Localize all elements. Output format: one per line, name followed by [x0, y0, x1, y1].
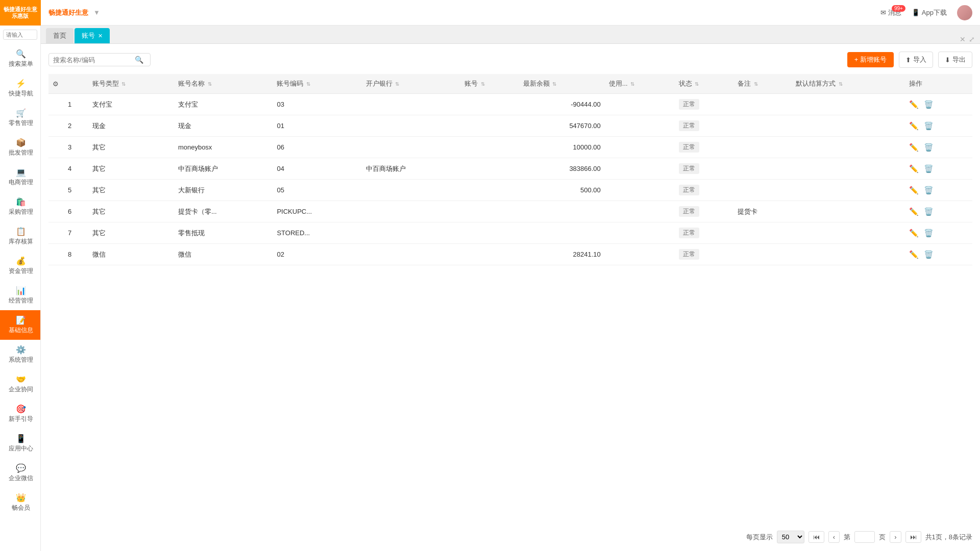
operation-mgmt-icon: 📊 — [16, 286, 26, 295]
sidebar-item-wholesale-mgmt[interactable]: 📦 批发管理 — [0, 133, 40, 162]
sidebar-item-label: 零售管理 — [9, 119, 33, 128]
sidebar-item-system-mgmt[interactable]: ⚙️ 系统管理 — [0, 340, 40, 369]
td-status-2: 正常 — [675, 137, 733, 158]
import-button[interactable]: ⬆ 导入 — [899, 52, 933, 68]
delete-icon-2[interactable]: 🗑️ — [924, 143, 934, 152]
retail-mgmt-icon: 🛒 — [16, 108, 26, 118]
sidebar-item-retail-mgmt[interactable]: 🛒 零售管理 — [0, 103, 40, 133]
edit-icon-4[interactable]: ✏️ — [909, 186, 919, 195]
sidebar-item-basic-info[interactable]: 📝 基础信息 — [0, 310, 40, 340]
td-latest-balance-2: 10000.00 — [519, 137, 605, 158]
td-index-3: 4 — [64, 158, 88, 180]
app-center-icon: 📱 — [16, 434, 26, 443]
sidebar-item-vip-member[interactable]: 👑 畅会员 — [0, 488, 40, 517]
td-account-name-0: 支付宝 — [174, 94, 273, 115]
pagination: 每页显示 50 100 200 ⏮ ‹ 第 1 页 › ⏭ 共1页，8条记录 — [48, 524, 972, 543]
delete-icon-5[interactable]: 🗑️ — [924, 207, 934, 216]
td-account-name-4: 大新银行 — [174, 180, 273, 201]
th-account-no[interactable]: 账号 ⇅ — [460, 74, 519, 94]
td-remark-0 — [733, 94, 792, 115]
wholesale-mgmt-icon: 📦 — [16, 138, 26, 147]
sidebar-item-app-center[interactable]: 📱 应用中心 — [0, 429, 40, 458]
delete-icon-1[interactable]: 🗑️ — [924, 121, 934, 131]
sidebar-item-ecommerce-mgmt[interactable]: 💻 电商管理 — [0, 162, 40, 192]
search-icon[interactable]: 🔍 — [135, 56, 143, 64]
td-account-no-4 — [460, 180, 519, 201]
tab-account-close-icon[interactable]: ✕ — [98, 33, 103, 39]
next-page-button[interactable]: › — [890, 531, 901, 543]
sidebar: 畅捷通好生意乐惠版 🔍 搜索菜单 ⚡ 快捷导航 🛒 零售管理 📦 批发管理 💻 … — [0, 0, 41, 551]
topbar-dropdown-icon[interactable]: ▼ — [93, 9, 100, 16]
topbar-right: ✉ 消息 99+ 📱 App下载 — [880, 5, 972, 20]
delete-icon-3[interactable]: 🗑️ — [924, 164, 934, 173]
search-box[interactable]: 🔍 — [48, 53, 151, 66]
edit-icon-2[interactable]: ✏️ — [909, 143, 919, 152]
td-action-4: ✏️ 🗑️ — [905, 180, 972, 201]
td-bank-6 — [362, 222, 461, 244]
per-page-select[interactable]: 50 100 200 — [777, 531, 804, 543]
sidebar-search-box[interactable] — [0, 26, 40, 44]
last-page-button[interactable]: ⏭ — [905, 531, 921, 543]
sidebar-item-quick-nav[interactable]: ⚡ 快捷导航 — [0, 73, 40, 103]
sidebar-item-enterprise-wechat[interactable]: 💬 企业微信 — [0, 458, 40, 488]
sidebar-item-search-menu[interactable]: 🔍 搜索菜单 — [0, 44, 40, 73]
th-remark[interactable]: 备注 ⇅ — [733, 74, 792, 94]
sidebar-item-label: 畅会员 — [12, 504, 30, 512]
edit-icon-5[interactable]: ✏️ — [909, 207, 919, 216]
export-button[interactable]: ⬇ 导出 — [938, 52, 972, 68]
add-account-button[interactable]: + 新增账号 — [847, 52, 894, 67]
th-usage[interactable]: 使用... ⇅ — [605, 74, 675, 94]
th-status[interactable]: 状态 ⇅ — [675, 74, 733, 94]
page-input[interactable]: 1 — [854, 531, 875, 543]
app-download-button[interactable]: 📱 App下载 — [912, 8, 947, 17]
tab-home-label: 首页 — [53, 31, 66, 40]
th-account-name[interactable]: 账号名称 ⇅ — [174, 74, 273, 94]
edit-icon-3[interactable]: ✏️ — [909, 164, 919, 173]
table-row: 8 微信 微信 02 28241.10 正常 ✏️ 🗑️ — [48, 244, 972, 265]
sidebar-search-input[interactable] — [3, 30, 37, 40]
system-mgmt-icon: ⚙️ — [16, 345, 26, 355]
delete-icon-7[interactable]: 🗑️ — [924, 250, 934, 259]
delete-icon-6[interactable]: 🗑️ — [924, 229, 934, 238]
sidebar-item-capital-mgmt[interactable]: 💰 资金管理 — [0, 251, 40, 281]
td-account-name-3: 中百商场账户 — [174, 158, 273, 180]
edit-icon-1[interactable]: ✏️ — [909, 121, 919, 131]
edit-icon-7[interactable]: ✏️ — [909, 250, 919, 259]
total-label: 共1页，8条记录 — [925, 533, 972, 542]
td-latest-balance-5 — [519, 201, 605, 222]
sidebar-item-enterprise-agreement[interactable]: 🤝 企业协同 — [0, 369, 40, 399]
th-account-type[interactable]: 账号类型 ⇅ — [88, 74, 174, 94]
tab-expand-icon[interactable]: ⤢ — [969, 35, 975, 43]
edit-icon-0[interactable]: ✏️ — [909, 100, 919, 109]
tab-home[interactable]: 首页 — [46, 28, 74, 43]
th-bank[interactable]: 开户银行 ⇅ — [362, 74, 461, 94]
td-account-type-6: 其它 — [88, 222, 174, 244]
sidebar-item-inventory[interactable]: 📋 库存核算 — [0, 221, 40, 251]
tab-account[interactable]: 账号 ✕ — [75, 28, 110, 43]
td-account-code-7: 02 — [273, 244, 361, 265]
sidebar-item-label: 快捷导航 — [9, 89, 33, 98]
sidebar-item-operation-mgmt[interactable]: 📊 经营管理 — [0, 281, 40, 310]
th-settings[interactable]: ⚙ — [48, 74, 64, 94]
th-latest-balance[interactable]: 最新余额 ⇅ — [519, 74, 605, 94]
td-index-2: 3 — [64, 137, 88, 158]
edit-icon-6[interactable]: ✏️ — [909, 229, 919, 238]
sidebar-item-purchase-mgmt[interactable]: 🛍️ 采购管理 — [0, 192, 40, 221]
td-latest-balance-0: -90444.00 — [519, 94, 605, 115]
user-avatar[interactable] — [957, 5, 972, 20]
sidebar-item-new-guide[interactable]: 🎯 新手引导 — [0, 399, 40, 429]
delete-icon-4[interactable]: 🗑️ — [924, 186, 934, 195]
delete-icon-0[interactable]: 🗑️ — [924, 100, 934, 109]
msg-button[interactable]: ✉ 消息 99+ — [880, 8, 901, 17]
th-account-code[interactable]: 账号编码 ⇅ — [273, 74, 361, 94]
tab-collapse-icon[interactable]: ✕ — [960, 35, 966, 43]
prev-page-button[interactable]: ‹ — [828, 531, 840, 543]
th-default-settlement[interactable]: 默认结算方式 ⇅ — [792, 74, 905, 94]
td-bank-0 — [362, 94, 461, 115]
td-action-6: ✏️ 🗑️ — [905, 222, 972, 244]
table-row: 7 其它 零售抵现 STORED... 正常 ✏️ 🗑️ — [48, 222, 972, 244]
page-unit: 页 — [879, 533, 886, 542]
first-page-button[interactable]: ⏮ — [808, 531, 824, 543]
search-input[interactable] — [53, 56, 135, 64]
td-default-settlement-4 — [792, 180, 905, 201]
